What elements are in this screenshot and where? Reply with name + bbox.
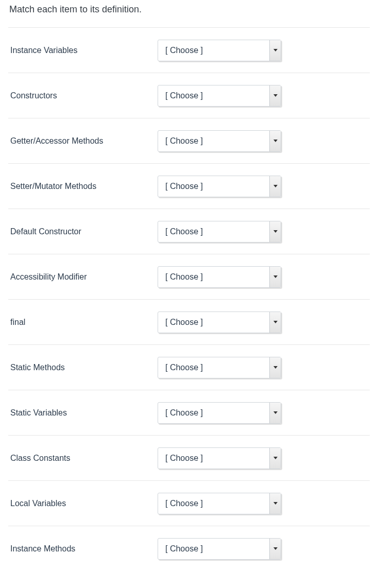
select-cell: [ Choose ] bbox=[158, 266, 370, 288]
choose-dropdown[interactable]: [ Choose ] bbox=[158, 130, 281, 152]
item-label: Constructors bbox=[8, 91, 158, 100]
dropdown-toggle[interactable] bbox=[269, 267, 281, 287]
dropdown-toggle[interactable] bbox=[269, 176, 281, 197]
match-row: Accessibility Modifier[ Choose ] bbox=[8, 254, 370, 299]
select-cell: [ Choose ] bbox=[158, 538, 370, 560]
match-rows: Instance Variables[ Choose ]Constructors… bbox=[8, 27, 370, 571]
choose-dropdown[interactable]: [ Choose ] bbox=[158, 40, 281, 61]
choose-dropdown[interactable]: [ Choose ] bbox=[158, 266, 281, 288]
choose-dropdown[interactable]: [ Choose ] bbox=[158, 85, 281, 107]
select-cell: [ Choose ] bbox=[158, 312, 370, 333]
dropdown-placeholder: [ Choose ] bbox=[158, 136, 269, 146]
match-row: Constructors[ Choose ] bbox=[8, 73, 370, 118]
match-row: Static Methods[ Choose ] bbox=[8, 344, 370, 390]
match-row: Static Variables[ Choose ] bbox=[8, 390, 370, 435]
match-row: Instance Variables[ Choose ] bbox=[8, 27, 370, 73]
choose-dropdown[interactable]: [ Choose ] bbox=[158, 402, 281, 424]
dropdown-placeholder: [ Choose ] bbox=[158, 408, 269, 418]
caret-down-icon bbox=[273, 140, 278, 142]
select-cell: [ Choose ] bbox=[158, 40, 370, 61]
dropdown-toggle[interactable] bbox=[269, 357, 281, 378]
choose-dropdown[interactable]: [ Choose ] bbox=[158, 357, 281, 378]
item-label: final bbox=[8, 318, 158, 327]
dropdown-placeholder: [ Choose ] bbox=[158, 318, 269, 327]
select-cell: [ Choose ] bbox=[158, 493, 370, 514]
select-cell: [ Choose ] bbox=[158, 402, 370, 424]
dropdown-placeholder: [ Choose ] bbox=[158, 363, 269, 372]
item-label: Local Variables bbox=[8, 499, 158, 508]
dropdown-toggle[interactable] bbox=[269, 40, 281, 61]
match-row: Getter/Accessor Methods[ Choose ] bbox=[8, 118, 370, 163]
item-label: Static Methods bbox=[8, 363, 158, 372]
caret-down-icon bbox=[273, 366, 278, 369]
item-label: Static Variables bbox=[8, 408, 158, 418]
caret-down-icon bbox=[273, 185, 278, 187]
choose-dropdown[interactable]: [ Choose ] bbox=[158, 493, 281, 514]
match-row: Default Constructor[ Choose ] bbox=[8, 209, 370, 254]
select-cell: [ Choose ] bbox=[158, 221, 370, 243]
dropdown-placeholder: [ Choose ] bbox=[158, 91, 269, 100]
item-label: Instance Variables bbox=[8, 46, 158, 55]
choose-dropdown[interactable]: [ Choose ] bbox=[158, 538, 281, 560]
item-label: Instance Methods bbox=[8, 544, 158, 554]
caret-down-icon bbox=[273, 275, 278, 278]
dropdown-toggle[interactable] bbox=[269, 448, 281, 469]
item-label: Class Constants bbox=[8, 454, 158, 463]
match-row: Instance Methods[ Choose ] bbox=[8, 526, 370, 571]
dropdown-placeholder: [ Choose ] bbox=[158, 499, 269, 508]
match-row: final[ Choose ] bbox=[8, 299, 370, 344]
caret-down-icon bbox=[273, 457, 278, 459]
dropdown-toggle[interactable] bbox=[269, 221, 281, 242]
select-cell: [ Choose ] bbox=[158, 85, 370, 107]
dropdown-toggle[interactable] bbox=[269, 493, 281, 514]
choose-dropdown[interactable]: [ Choose ] bbox=[158, 447, 281, 469]
choose-dropdown[interactable]: [ Choose ] bbox=[158, 221, 281, 243]
dropdown-toggle[interactable] bbox=[269, 403, 281, 423]
dropdown-placeholder: [ Choose ] bbox=[158, 227, 269, 236]
select-cell: [ Choose ] bbox=[158, 130, 370, 152]
item-label: Accessibility Modifier bbox=[8, 272, 158, 282]
caret-down-icon bbox=[273, 230, 278, 233]
caret-down-icon bbox=[273, 411, 278, 414]
select-cell: [ Choose ] bbox=[158, 357, 370, 378]
match-row: Class Constants[ Choose ] bbox=[8, 435, 370, 480]
caret-down-icon bbox=[273, 502, 278, 505]
match-row: Setter/Mutator Methods[ Choose ] bbox=[8, 163, 370, 209]
dropdown-placeholder: [ Choose ] bbox=[158, 272, 269, 282]
choose-dropdown[interactable]: [ Choose ] bbox=[158, 176, 281, 197]
caret-down-icon bbox=[273, 547, 278, 550]
select-cell: [ Choose ] bbox=[158, 447, 370, 469]
dropdown-placeholder: [ Choose ] bbox=[158, 182, 269, 191]
dropdown-toggle[interactable] bbox=[269, 312, 281, 333]
item-label: Default Constructor bbox=[8, 227, 158, 236]
caret-down-icon bbox=[273, 321, 278, 323]
instruction-text: Match each item to its definition. bbox=[8, 4, 370, 15]
dropdown-toggle[interactable] bbox=[269, 85, 281, 106]
dropdown-placeholder: [ Choose ] bbox=[158, 544, 269, 554]
dropdown-placeholder: [ Choose ] bbox=[158, 46, 269, 55]
dropdown-toggle[interactable] bbox=[269, 539, 281, 559]
dropdown-toggle[interactable] bbox=[269, 131, 281, 151]
match-row: Local Variables[ Choose ] bbox=[8, 480, 370, 526]
select-cell: [ Choose ] bbox=[158, 176, 370, 197]
item-label: Getter/Accessor Methods bbox=[8, 136, 158, 146]
question-page: Match each item to its definition. Insta… bbox=[0, 0, 378, 581]
caret-down-icon bbox=[273, 94, 278, 97]
item-label: Setter/Mutator Methods bbox=[8, 182, 158, 191]
dropdown-placeholder: [ Choose ] bbox=[158, 454, 269, 463]
choose-dropdown[interactable]: [ Choose ] bbox=[158, 312, 281, 333]
caret-down-icon bbox=[273, 49, 278, 51]
